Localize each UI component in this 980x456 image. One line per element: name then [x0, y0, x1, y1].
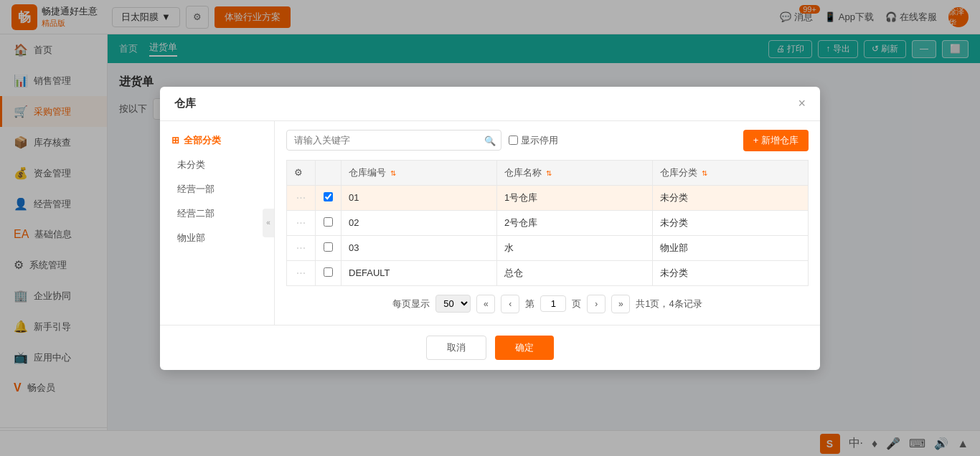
row-checkbox[interactable] — [324, 242, 333, 252]
td-category: 未分类 — [653, 210, 809, 235]
show-disabled-label[interactable]: 显示停用 — [509, 134, 558, 147]
pagination: 每页显示 50 « ‹ 第 页 › » 共1页，4条记录 — [286, 286, 809, 316]
add-warehouse-button[interactable]: + 新增仓库 — [743, 130, 809, 151]
td-code: DEFAULT — [341, 260, 497, 285]
first-page-button[interactable]: « — [476, 295, 495, 313]
cat-item-property[interactable]: 物业部 — [160, 226, 274, 250]
row-checkbox[interactable] — [324, 267, 333, 277]
table-row[interactable]: ··· DEFAULT 总仓 未分类 — [287, 260, 809, 285]
td-code: 03 — [341, 235, 497, 260]
per-page-select[interactable]: 50 — [435, 295, 471, 313]
modal-title: 仓库 — [174, 97, 196, 110]
td-code: 01 — [341, 185, 497, 210]
td-checkbox[interactable] — [316, 185, 341, 210]
per-page-label: 每页显示 — [392, 298, 430, 310]
category-sidebar: ⊞ 全部分类 未分类 经营一部 经营二部 物业部 « — [160, 121, 275, 325]
td-more[interactable]: ··· — [287, 260, 316, 285]
th-code[interactable]: 仓库编号 ⇅ — [341, 160, 497, 185]
td-checkbox[interactable] — [316, 210, 341, 235]
td-name: 水 — [497, 235, 653, 260]
modal-body: ⊞ 全部分类 未分类 经营一部 经营二部 物业部 « 🔍 — [160, 121, 820, 325]
prev-page-button[interactable]: ‹ — [501, 295, 519, 313]
page-label: 第 — [525, 298, 534, 310]
page-unit: 页 — [572, 298, 581, 310]
modal-close-button[interactable]: × — [798, 97, 806, 110]
warehouse-search-input[interactable] — [286, 130, 501, 151]
category-collapse-button[interactable]: « — [263, 209, 274, 237]
td-name: 总仓 — [497, 260, 653, 285]
td-checkbox[interactable] — [316, 235, 341, 260]
th-settings[interactable]: ⚙ — [287, 160, 316, 185]
table-row[interactable]: ··· 01 1号仓库 未分类 — [287, 185, 809, 210]
total-info: 共1页，4条记录 — [636, 298, 702, 310]
row-checkbox[interactable] — [324, 217, 333, 227]
modal-overlay[interactable]: 仓库 × ⊞ 全部分类 未分类 经营一部 经营二部 物业部 « — [0, 0, 980, 456]
td-category: 物业部 — [653, 235, 809, 260]
warehouse-table: ⚙ 仓库编号 ⇅ 仓库名称 ⇅ 仓库分类 ⇅ ··· 01 1号仓库 未分类 ·… — [286, 160, 809, 286]
modal-warehouse: 仓库 × ⊞ 全部分类 未分类 经营一部 经营二部 物业部 « — [160, 87, 820, 370]
category-all[interactable]: ⊞ 全部分类 — [160, 128, 274, 153]
cancel-button[interactable]: 取消 — [426, 336, 486, 360]
confirm-button[interactable]: 确定 — [495, 336, 554, 360]
td-more[interactable]: ··· — [287, 235, 316, 260]
search-input-wrap: 🔍 — [286, 130, 501, 151]
page-number-input[interactable] — [540, 295, 566, 312]
show-disabled-checkbox[interactable] — [509, 136, 518, 145]
table-area: 🔍 显示停用 + 新增仓库 ⚙ 仓库编号 ⇅ — [275, 121, 820, 325]
cat-item-ops1[interactable]: 经营一部 — [160, 177, 274, 201]
td-code: 02 — [341, 210, 497, 235]
table-toolbar: 🔍 显示停用 + 新增仓库 — [286, 130, 809, 151]
last-page-button[interactable]: » — [611, 295, 630, 313]
td-category: 未分类 — [653, 185, 809, 210]
search-icon[interactable]: 🔍 — [484, 135, 496, 146]
modal-footer: 取消 确定 — [160, 325, 820, 370]
cat-item-uncategorized[interactable]: 未分类 — [160, 153, 274, 177]
table-row[interactable]: ··· 03 水 物业部 — [287, 235, 809, 260]
td-more[interactable]: ··· — [287, 185, 316, 210]
td-category: 未分类 — [653, 260, 809, 285]
row-checkbox[interactable] — [324, 192, 333, 201]
cat-item-ops2[interactable]: 经营二部 — [160, 201, 274, 226]
table-row[interactable]: ··· 02 2号仓库 未分类 — [287, 210, 809, 235]
grid-icon: ⊞ — [171, 135, 179, 146]
td-name: 1号仓库 — [497, 185, 653, 210]
th-name[interactable]: 仓库名称 ⇅ — [497, 160, 653, 185]
modal-header: 仓库 × — [160, 87, 820, 121]
th-checkbox — [316, 160, 341, 185]
next-page-button[interactable]: › — [587, 295, 606, 313]
td-checkbox[interactable] — [316, 260, 341, 285]
td-name: 2号仓库 — [497, 210, 653, 235]
th-category[interactable]: 仓库分类 ⇅ — [653, 160, 809, 185]
td-more[interactable]: ··· — [287, 210, 316, 235]
